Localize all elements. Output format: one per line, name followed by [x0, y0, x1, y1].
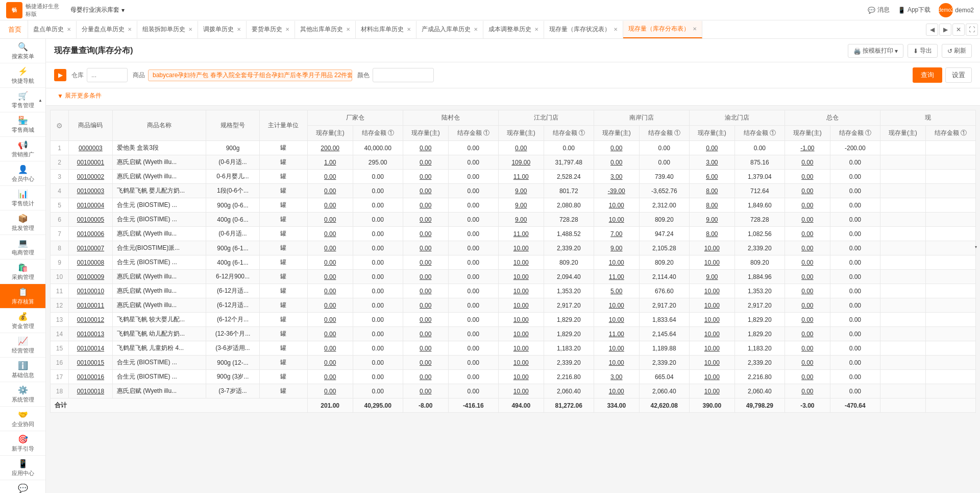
tab-fenpandian[interactable]: 分量盘点单历史 ✕: [77, 21, 137, 38]
td-yubei-qty[interactable]: 8.00: [689, 198, 734, 213]
td-nanan-qty[interactable]: 0.00: [594, 141, 639, 155]
query-btn[interactable]: 查询: [913, 67, 942, 83]
td-factory-qty[interactable]: 0.00: [307, 341, 353, 356]
tab-close-icon[interactable]: ✕: [614, 27, 618, 32]
td-jiangbei-qty[interactable]: 9.00: [498, 184, 544, 198]
td-lvcun-qty[interactable]: 0.00: [403, 155, 448, 170]
td-factory-qty[interactable]: 1.00: [307, 155, 353, 170]
td-yubei-qty[interactable]: 0.00: [689, 141, 734, 155]
td-nanan-qty[interactable]: 10.00: [594, 313, 639, 327]
td-total-qty[interactable]: 0.00: [785, 227, 830, 241]
td-total-qty[interactable]: -1.00: [785, 141, 830, 155]
td-jiangbei-qty[interactable]: 10.00: [498, 284, 544, 298]
color-input[interactable]: [373, 68, 434, 82]
td-nanan-qty[interactable]: 10.00: [594, 384, 639, 398]
td-factory-qty[interactable]: 0.00: [307, 213, 353, 227]
td-code[interactable]: 00100012: [69, 313, 113, 327]
td-lvcun-qty[interactable]: 0.00: [403, 184, 448, 198]
tab-close-all-btn[interactable]: ✕: [952, 24, 965, 36]
tab-close-icon[interactable]: ✕: [474, 27, 478, 32]
td-jiangbei-qty[interactable]: 0.00: [498, 141, 544, 155]
td-code[interactable]: 00100002: [69, 170, 113, 184]
sidebar-item-wholesale[interactable]: 📦 批发管理 ▾: [0, 210, 45, 235]
sidebar-item-search[interactable]: 🔍 搜索英单: [0, 39, 45, 63]
td-lvcun-qty[interactable]: 0.00: [403, 198, 448, 213]
td-lvcun-qty[interactable]: 0.00: [403, 284, 448, 298]
td-jiangbei-qty[interactable]: 10.00: [498, 241, 544, 255]
sidebar-item-enterprise[interactable]: 🤝 企业协同: [0, 407, 45, 431]
td-total-qty[interactable]: 0.00: [785, 184, 830, 198]
td-code[interactable]: 0000003: [69, 141, 113, 155]
td-yubei-qty[interactable]: 10.00: [689, 341, 734, 356]
td-jiangbei-qty[interactable]: 9.00: [498, 213, 544, 227]
td-lvcun-qty[interactable]: 0.00: [403, 170, 448, 184]
settings-icon[interactable]: ⚙: [56, 122, 63, 130]
tab-chanchenpin[interactable]: 产成品入库单历史 ✕: [416, 21, 483, 38]
td-factory-qty[interactable]: 0.00: [307, 356, 353, 370]
td-jiangbei-qty[interactable]: 10.00: [498, 327, 544, 341]
td-factory-qty[interactable]: 0.00: [307, 227, 353, 241]
td-factory-qty[interactable]: 0.00: [307, 370, 353, 384]
td-jiangbei-qty[interactable]: 10.00: [498, 255, 544, 270]
td-lvcun-qty[interactable]: 0.00: [403, 270, 448, 284]
tab-close-icon[interactable]: ✕: [188, 27, 192, 32]
td-code[interactable]: 00100015: [69, 356, 113, 370]
td-nanan-qty[interactable]: -39.00: [594, 184, 639, 198]
messages-btn[interactable]: 💬 消息: [868, 6, 890, 14]
sidebar-item-retail-mall[interactable]: 🏪 零售商城: [0, 112, 45, 137]
td-lvcun-qty[interactable]: 0.00: [403, 241, 448, 255]
td-code[interactable]: 00100005: [69, 213, 113, 227]
industry-selector[interactable]: 母婴行业演示库套 ▾: [70, 6, 125, 14]
tab-chenben[interactable]: 成本调整单历史 ✕: [483, 21, 544, 38]
td-yubei-qty[interactable]: 9.00: [689, 213, 734, 227]
td-code[interactable]: 00100007: [69, 241, 113, 255]
sidebar-item-member[interactable]: 👤 会员中心: [0, 161, 45, 186]
sidebar-item-basic-info[interactable]: ℹ️ 基础信息: [0, 358, 45, 382]
td-factory-qty[interactable]: 0.00: [307, 298, 353, 313]
td-code[interactable]: 00100008: [69, 255, 113, 270]
td-yubei-qty[interactable]: 10.00: [689, 370, 734, 384]
td-factory-qty[interactable]: 0.00: [307, 327, 353, 341]
tab-close-icon[interactable]: ✕: [346, 27, 350, 32]
td-factory-qty[interactable]: 0.00: [307, 384, 353, 398]
td-code[interactable]: 00100009: [69, 270, 113, 284]
tab-maximize-btn[interactable]: ⛶: [966, 24, 978, 36]
td-total-qty[interactable]: 0.00: [785, 155, 830, 170]
td-jiangbei-qty[interactable]: 10.00: [498, 298, 544, 313]
expand-conditions-btn[interactable]: ▼ 展开更多条件: [54, 90, 105, 101]
sidebar-item-finance[interactable]: 💰 资金管理: [0, 309, 45, 333]
td-lvcun-qty[interactable]: 0.00: [403, 213, 448, 227]
td-lvcun-qty[interactable]: 0.00: [403, 341, 448, 356]
td-factory-qty[interactable]: 0.00: [307, 255, 353, 270]
td-total-qty[interactable]: 0.00: [785, 255, 830, 270]
tab-close-icon[interactable]: ✕: [693, 26, 697, 32]
td-lvcun-qty[interactable]: 0.00: [403, 370, 448, 384]
td-code[interactable]: 00100016: [69, 370, 113, 384]
setting-btn[interactable]: 设置: [945, 67, 972, 83]
tab-qitachuku[interactable]: 其他出库单历史 ✕: [295, 21, 356, 38]
td-factory-qty[interactable]: 0.00: [307, 270, 353, 284]
user-profile[interactable]: demo2 demo2: [939, 3, 974, 17]
sidebar-item-marketing[interactable]: 📢 营销推广: [0, 137, 45, 161]
tab-close-icon[interactable]: ✕: [128, 27, 132, 32]
td-total-qty[interactable]: 0.00: [785, 298, 830, 313]
td-yubei-qty[interactable]: 6.00: [689, 170, 734, 184]
td-lvcun-qty[interactable]: 0.00: [403, 327, 448, 341]
td-lvcun-qty[interactable]: 0.00: [403, 141, 448, 155]
td-nanan-qty[interactable]: 10.00: [594, 298, 639, 313]
tab-home[interactable]: 首页: [2, 20, 28, 39]
sidebar-item-quick-nav[interactable]: ⚡ 快捷导航: [0, 63, 45, 88]
td-lvcun-qty[interactable]: 0.00: [403, 384, 448, 398]
sidebar-item-system[interactable]: ⚙️ 系统管理: [0, 382, 45, 407]
td-total-qty[interactable]: 0.00: [785, 384, 830, 398]
td-nanan-qty[interactable]: 3.00: [594, 370, 639, 384]
td-yubei-qty[interactable]: 10.00: [689, 384, 734, 398]
td-total-qty[interactable]: 0.00: [785, 213, 830, 227]
td-jiangbei-qty[interactable]: 10.00: [498, 384, 544, 398]
td-yubei-qty[interactable]: 8.00: [689, 184, 734, 198]
td-nanan-qty[interactable]: 10.00: [594, 341, 639, 356]
td-code[interactable]: 00100010: [69, 284, 113, 298]
sidebar-item-purchase[interactable]: 🛍️ 采购管理: [0, 260, 45, 284]
warehouse-input[interactable]: [87, 68, 128, 82]
td-jiangbei-qty[interactable]: 10.00: [498, 356, 544, 370]
